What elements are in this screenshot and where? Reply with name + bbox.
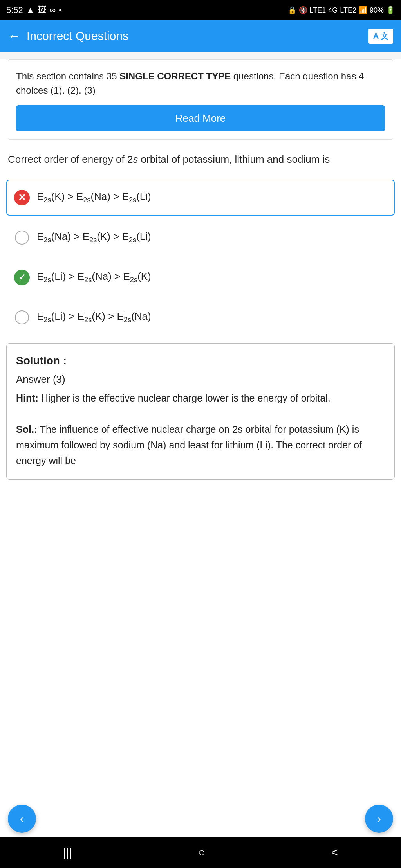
alert-icon: ▲ [26, 5, 35, 15]
status-time: 5:52 [6, 5, 23, 15]
option-4-icon [13, 309, 31, 326]
info-text: This section contains 35 SINGLE CORRECT … [16, 69, 385, 97]
option-1-text: E2s(K) > E2s(Na) > E2s(Li) [37, 189, 151, 205]
lte1-label: LTE1 [310, 6, 326, 14]
option-2-icon [13, 229, 31, 246]
lte2-label: LTE2 [340, 6, 356, 14]
info-box: This section contains 35 SINGLE CORRECT … [8, 59, 393, 140]
back-icon[interactable]: < [331, 846, 338, 859]
read-more-button[interactable]: Read More [16, 105, 385, 131]
option-1[interactable]: ✕ E2s(K) > E2s(Na) > E2s(Li) [6, 180, 395, 216]
next-button[interactable]: › [365, 805, 393, 833]
status-right: 🔒 🔇 LTE1 4G LTE2 📶 90% 🔋 [288, 6, 395, 14]
solution-box: Solution : Answer (3) Hint: Higher is th… [6, 343, 395, 480]
battery-icon: 🔋 [386, 6, 395, 14]
prev-button[interactable]: ‹ [8, 805, 36, 833]
option-2[interactable]: E2s(Na) > E2s(K) > E2s(Li) [6, 220, 395, 256]
option-3[interactable]: ✓ E2s(Li) > E2s(Na) > E2s(K) [6, 259, 395, 295]
option-3-text: E2s(Li) > E2s(Na) > E2s(K) [37, 269, 151, 285]
question-text: Correct order of energy of 2s orbital of… [0, 140, 401, 176]
solution-title: Solution : [16, 355, 385, 367]
header: ← Incorrect Questions A 文 [0, 20, 401, 52]
bottom-bar: ||| ○ < [0, 837, 401, 868]
media-icon: ∞ [50, 5, 56, 15]
signal-icon: 📶 [359, 6, 367, 14]
main-content: This section contains 35 SINGLE CORRECT … [0, 59, 401, 845]
option-4[interactable]: E2s(Li) > E2s(K) > E2s(Na) [6, 299, 395, 335]
option-3-icon: ✓ [13, 269, 31, 286]
status-bar: 5:52 ▲ 🖼 ∞ • 🔒 🔇 LTE1 4G LTE2 📶 90% 🔋 [0, 0, 401, 20]
translate-button[interactable]: A 文 [368, 29, 393, 44]
mute-icon: 🔇 [299, 6, 307, 14]
radio-empty-icon [15, 231, 29, 245]
radio-empty-icon-2 [15, 310, 29, 324]
photo-icon: 🖼 [38, 5, 47, 15]
status-left: 5:52 ▲ 🖼 ∞ • [6, 5, 62, 15]
back-button[interactable]: ← [8, 29, 20, 43]
page-title: Incorrect Questions [27, 29, 128, 43]
lock-icon: 🔒 [288, 6, 296, 14]
4g-label: 4G [328, 6, 338, 14]
option-1-icon: ✕ [13, 189, 31, 206]
home-icon[interactable]: ○ [198, 846, 205, 859]
battery-label: 90% [370, 6, 384, 14]
solution-answer: Answer (3) [16, 373, 385, 385]
solution-body: Hint: Higher is the effective nuclear ch… [16, 390, 385, 468]
option-2-text: E2s(Na) > E2s(K) > E2s(Li) [37, 229, 151, 245]
dot-icon: • [59, 5, 62, 15]
header-left: ← Incorrect Questions [8, 29, 128, 43]
option-4-text: E2s(Li) > E2s(K) > E2s(Na) [37, 309, 151, 325]
correct-icon: ✓ [14, 270, 30, 285]
wrong-icon: ✕ [14, 190, 30, 205]
options-container: ✕ E2s(K) > E2s(Na) > E2s(Li) E2s(Na) > E… [0, 180, 401, 335]
menu-icon[interactable]: ||| [63, 846, 72, 859]
